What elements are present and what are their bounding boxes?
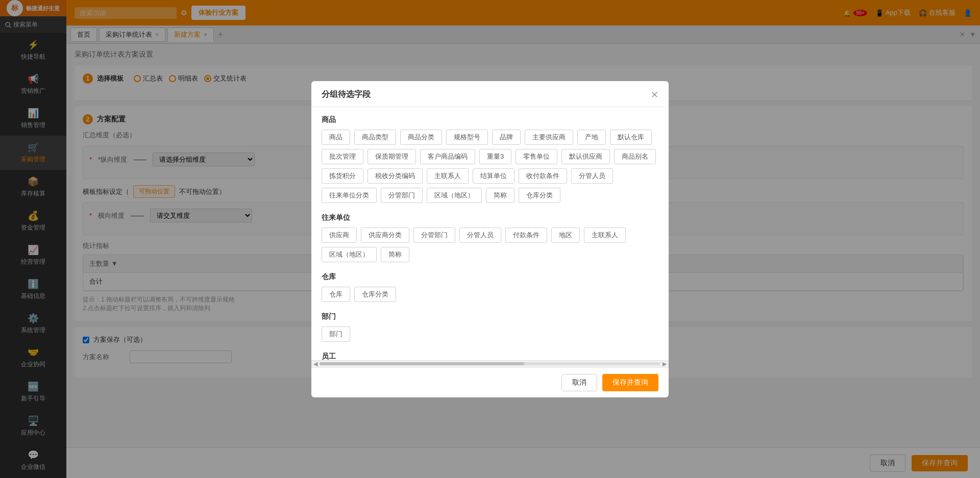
main-content: ⚙ 体验行业方案 🔔 99+ 📱 App下载 🎧 在线客服 👤 bbox=[66, 0, 980, 478]
field-tag[interactable]: 主联系人 bbox=[427, 168, 469, 184]
modal-title: 分组待选字段 bbox=[322, 89, 371, 100]
field-tag[interactable]: 拣货积分 bbox=[322, 168, 363, 184]
modal-header: 分组待选字段 ✕ bbox=[311, 81, 669, 107]
field-tag[interactable]: 简称 bbox=[381, 247, 409, 262]
section-counterparty: 往来单位 供应商 供应商分类 分管部门 分管人员 付款条件 地区 主联系人 区域… bbox=[322, 213, 658, 262]
section-warehouse: 仓库 仓库 仓库分类 bbox=[322, 272, 658, 302]
field-tag[interactable]: 仓库分类 bbox=[519, 188, 560, 203]
section-department-title: 部门 bbox=[322, 312, 658, 321]
section-counterparty-title: 往来单位 bbox=[322, 213, 658, 222]
field-tag[interactable]: 简称 bbox=[486, 188, 514, 203]
warehouse-tags: 仓库 仓库分类 bbox=[322, 287, 658, 302]
field-tag[interactable]: 往来单位分类 bbox=[322, 188, 377, 203]
field-tag[interactable]: 客户商品编码 bbox=[420, 149, 475, 164]
section-department: 部门 部门 bbox=[322, 312, 658, 342]
field-tag[interactable]: 产地 bbox=[577, 130, 606, 145]
section-product: 商品 商品 商品类型 商品分类 规格型号 品牌 主要供应商 产地 默认仓库 批次… bbox=[322, 115, 658, 203]
field-tag[interactable]: 分管部门 bbox=[413, 228, 455, 243]
field-tag[interactable]: 付款条件 bbox=[505, 228, 547, 243]
field-tag[interactable]: 商品分类 bbox=[400, 130, 442, 145]
modal-horizontal-scrollbar[interactable]: ◀ ▶ bbox=[311, 360, 669, 367]
field-tag[interactable]: 收付款条件 bbox=[519, 168, 567, 184]
field-tag[interactable]: 分管人员 bbox=[571, 168, 613, 184]
field-tag[interactable]: 默认仓库 bbox=[610, 130, 652, 145]
field-tag[interactable]: 结算单位 bbox=[473, 168, 514, 184]
field-tag[interactable]: 部门 bbox=[322, 326, 350, 342]
field-tag[interactable]: 规格型号 bbox=[446, 130, 488, 145]
field-tag[interactable]: 主要供应商 bbox=[525, 130, 573, 145]
field-tag[interactable]: 批次管理 bbox=[322, 149, 363, 164]
field-tag[interactable]: 商品别名 bbox=[614, 149, 656, 164]
section-employee: 员工 业务员 bbox=[322, 352, 658, 360]
field-tag[interactable]: 零售单位 bbox=[516, 149, 557, 164]
counterparty-tags: 供应商 供应商分类 分管部门 分管人员 付款条件 地区 主联系人 区域（地区） … bbox=[322, 228, 658, 262]
modal-cancel-btn[interactable]: 取消 bbox=[561, 374, 597, 391]
hscroll-thumb[interactable] bbox=[320, 362, 524, 365]
field-tag[interactable]: 区域（地区） bbox=[427, 188, 482, 203]
modal-footer: 取消 保存并查询 bbox=[311, 367, 669, 397]
field-tag[interactable]: 地区 bbox=[551, 228, 580, 243]
modal-overlay: 分组待选字段 ✕ 商品 商品 商品类型 商品分类 规格型号 品牌 主要供应商 bbox=[66, 0, 980, 478]
hscroll-left-arrow[interactable]: ◀ bbox=[313, 361, 317, 367]
modal-close-btn[interactable]: ✕ bbox=[651, 89, 658, 100]
field-tag[interactable]: 仓库 bbox=[322, 287, 350, 302]
section-warehouse-title: 仓库 bbox=[322, 272, 658, 282]
modal-body: 商品 商品 商品类型 商品分类 规格型号 品牌 主要供应商 产地 默认仓库 批次… bbox=[311, 107, 669, 360]
field-tag[interactable]: 商品类型 bbox=[354, 130, 396, 145]
field-tag[interactable]: 分管人员 bbox=[459, 228, 501, 243]
field-tag[interactable]: 供应商 bbox=[322, 228, 357, 243]
field-select-modal: 分组待选字段 ✕ 商品 商品 商品类型 商品分类 规格型号 品牌 主要供应商 bbox=[311, 81, 669, 397]
modal-save-btn[interactable]: 保存并查询 bbox=[602, 374, 658, 391]
field-tag[interactable]: 保质期管理 bbox=[368, 149, 416, 164]
field-tag[interactable]: 供应商分类 bbox=[361, 228, 409, 243]
section-product-title: 商品 bbox=[322, 115, 658, 124]
field-tag[interactable]: 重量3 bbox=[479, 149, 511, 164]
field-tag[interactable]: 税收分类编码 bbox=[368, 168, 423, 184]
field-tag[interactable]: 商品 bbox=[322, 130, 350, 145]
section-employee-title: 员工 bbox=[322, 352, 658, 360]
field-tag[interactable]: 品牌 bbox=[492, 130, 521, 145]
field-tag[interactable]: 仓库分类 bbox=[354, 287, 396, 302]
product-tags: 商品 商品类型 商品分类 规格型号 品牌 主要供应商 产地 默认仓库 批次管理 … bbox=[322, 130, 658, 203]
field-tag[interactable]: 区域（地区） bbox=[322, 247, 377, 262]
field-tag[interactable]: 分管部门 bbox=[381, 188, 423, 203]
field-tag[interactable]: 主联系人 bbox=[584, 228, 626, 243]
hscroll-right-arrow[interactable]: ▶ bbox=[663, 361, 667, 367]
hscroll-track bbox=[320, 362, 660, 365]
field-tag[interactable]: 默认供应商 bbox=[561, 149, 610, 164]
department-tags: 部门 bbox=[322, 326, 658, 342]
